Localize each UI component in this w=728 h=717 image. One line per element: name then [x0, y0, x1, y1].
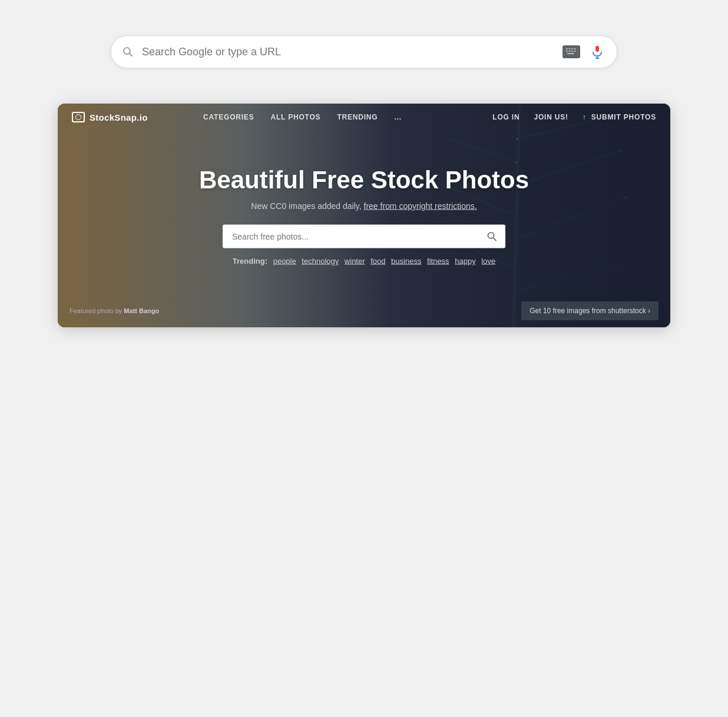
trending-people[interactable]: people	[273, 257, 296, 265]
svg-rect-7	[569, 51, 571, 52]
svg-line-35	[493, 238, 496, 241]
featured-prefix: Featured photo by	[70, 307, 122, 314]
svg-rect-6	[566, 51, 568, 52]
site-logo[interactable]: StockSnap.io	[72, 112, 148, 122]
svg-rect-3	[569, 48, 571, 49]
website-card: StockSnap.io CATEGORIES ALL PHOTOS TREND…	[58, 104, 670, 327]
featured-credit: Featured photo by Matt Bango	[70, 307, 159, 314]
mic-icon[interactable]	[588, 43, 606, 61]
hero-section: StockSnap.io CATEGORIES ALL PHOTOS TREND…	[58, 104, 670, 327]
trending-love[interactable]: love	[481, 257, 495, 265]
trending-happy[interactable]: happy	[455, 257, 475, 265]
nav-more[interactable]: ...	[394, 113, 401, 121]
trending-technology[interactable]: technology	[302, 257, 339, 265]
svg-rect-11	[595, 46, 599, 52]
hero-search-input[interactable]	[223, 225, 478, 248]
nav-trending[interactable]: TRENDING	[337, 113, 378, 121]
keyboard-icon[interactable]	[562, 45, 580, 58]
trending-bar: Trending: people technology winter food …	[119, 257, 609, 265]
browser-search-icon	[122, 46, 134, 58]
hero-title: Beautiful Free Stock Photos	[119, 166, 609, 194]
trending-food[interactable]: food	[370, 257, 385, 265]
svg-rect-10	[567, 53, 574, 54]
logo-camera-icon	[72, 112, 85, 122]
browser-search-input[interactable]: StockSnap	[142, 46, 562, 58]
svg-rect-4	[571, 48, 573, 49]
nav-categories[interactable]: CATEGORIES	[203, 113, 254, 121]
nav-right: LOG IN JOIN US! ↑ SUBMIT PHOTOS	[492, 113, 656, 121]
trending-winter[interactable]: winter	[345, 257, 365, 265]
site-nav: StockSnap.io CATEGORIES ALL PHOTOS TREND…	[58, 104, 670, 131]
submit-icon: ↑	[583, 113, 587, 121]
trending-fitness[interactable]: fitness	[427, 257, 449, 265]
shutterstock-cta-button[interactable]: Get 10 free images from shutterstock ›	[521, 301, 658, 320]
nav-submit[interactable]: ↑ SUBMIT PHOTOS	[583, 113, 656, 121]
svg-line-1	[130, 54, 133, 57]
nav-login[interactable]: LOG IN	[492, 113, 519, 121]
hero-content: Beautiful Free Stock Photos New CC0 imag…	[119, 166, 609, 265]
featured-author: Matt Bango	[124, 307, 159, 314]
browser-search-bar: StockSnap	[111, 35, 617, 68]
trending-label: Trending:	[233, 257, 267, 265]
hero-search-button[interactable]	[478, 225, 505, 248]
svg-rect-9	[574, 51, 576, 52]
hero-footer: Featured photo by Matt Bango Get 10 free…	[58, 294, 670, 327]
nav-join[interactable]: JOIN US!	[534, 113, 568, 121]
svg-rect-8	[571, 51, 573, 52]
copyright-link[interactable]: free from copyright restrictions.	[364, 201, 477, 211]
nav-links: CATEGORIES ALL PHOTOS TRENDING ...	[203, 113, 402, 121]
trending-business[interactable]: business	[391, 257, 421, 265]
svg-rect-2	[566, 48, 568, 49]
logo-text: StockSnap.io	[90, 112, 148, 122]
hero-subtitle: New CC0 images added daily, free from co…	[119, 201, 609, 211]
svg-rect-5	[574, 48, 576, 49]
browser-right-icons	[562, 43, 606, 61]
hero-search-box	[223, 225, 505, 248]
nav-all-photos[interactable]: ALL PHOTOS	[270, 113, 320, 121]
